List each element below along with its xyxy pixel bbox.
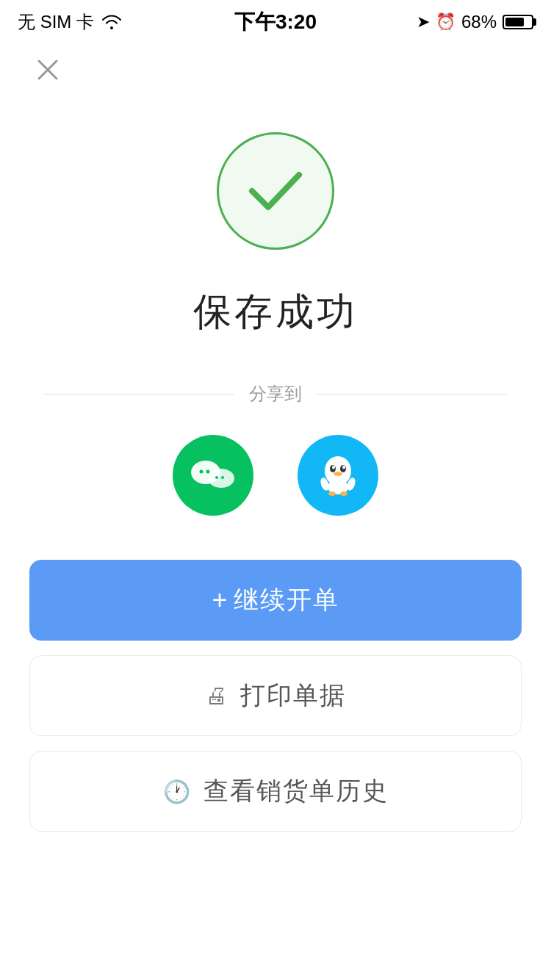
print-button[interactable]: 🖨 打印单据	[29, 655, 522, 736]
wifi-icon	[101, 15, 122, 29]
share-label: 分享到	[234, 382, 317, 406]
time-display: 下午3:20	[234, 8, 317, 36]
history-icon: 🕐	[163, 779, 192, 804]
battery-percent: 68%	[461, 12, 497, 32]
status-right: ➤ ⏰ 68%	[417, 12, 533, 32]
print-icon: 🖨	[205, 683, 228, 708]
svg-point-7	[221, 476, 224, 479]
close-icon	[35, 57, 61, 83]
status-left: 无 SIM 卡	[18, 10, 122, 34]
status-bar: 无 SIM 卡 下午3:20 ➤ ⏰ 68%	[0, 0, 551, 44]
svg-point-15	[328, 491, 336, 496]
continue-button[interactable]: + 继续开单	[29, 560, 522, 641]
svg-point-6	[215, 476, 218, 479]
wechat-share-button[interactable]	[173, 435, 253, 516]
success-title: 保存成功	[193, 287, 358, 338]
battery-icon	[503, 15, 533, 29]
print-label: 打印单据	[240, 679, 346, 713]
svg-point-3	[208, 469, 234, 488]
wechat-icon	[187, 453, 239, 497]
alarm-icon: ⏰	[436, 12, 455, 32]
checkmark-icon	[246, 169, 305, 213]
share-divider: 分享到	[0, 382, 551, 406]
svg-point-4	[200, 470, 204, 474]
history-button[interactable]: 🕐 查看销货单历史	[29, 751, 522, 832]
svg-point-5	[206, 470, 210, 474]
location-icon: ➤	[417, 12, 430, 32]
success-circle	[217, 132, 334, 250]
main-content: 保存成功 分享到	[0, 44, 551, 832]
svg-point-11	[332, 465, 335, 469]
share-icons	[173, 435, 378, 516]
qq-share-button[interactable]	[298, 435, 378, 516]
close-button[interactable]	[29, 51, 66, 88]
history-label: 查看销货单历史	[204, 774, 389, 808]
divider-left	[44, 394, 234, 394]
carrier-text: 无 SIM 卡	[18, 10, 94, 34]
qq-icon	[314, 452, 362, 500]
buttons-container: + 继续开单 🖨 打印单据 🕐 查看销货单历史	[0, 560, 551, 832]
continue-label: 继续开单	[234, 583, 339, 617]
svg-point-12	[342, 465, 345, 469]
divider-right	[317, 394, 507, 394]
svg-point-16	[340, 491, 347, 496]
continue-icon: +	[212, 585, 228, 616]
svg-point-13	[334, 472, 342, 476]
